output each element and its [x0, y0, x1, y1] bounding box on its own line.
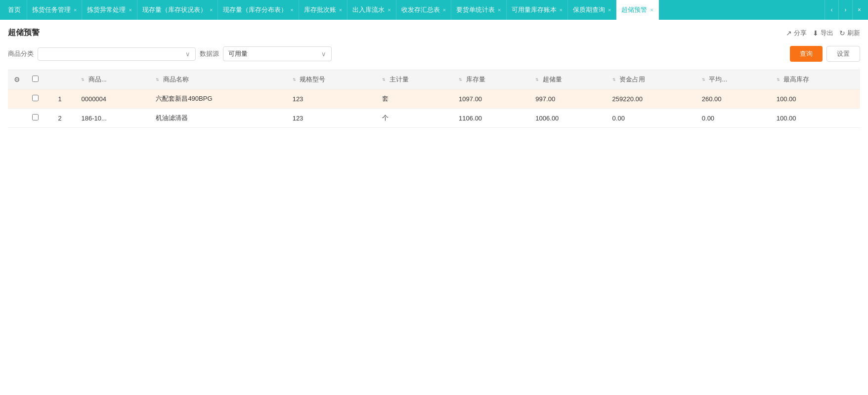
- nav-item-jianhuorenwuguanli[interactable]: 拣货任务管理 ×: [27, 0, 82, 20]
- row-settings-cell: [8, 89, 26, 109]
- nav-next-button[interactable]: ›: [838, 0, 852, 20]
- row-capital: 0.00: [607, 109, 696, 128]
- row-capital: 259220.00: [607, 89, 696, 109]
- row-checkbox[interactable]: [32, 114, 39, 120]
- row-number: 2: [44, 109, 75, 128]
- close-icon[interactable]: ×: [443, 7, 446, 13]
- col-header-code[interactable]: ⇅ 商品...: [75, 70, 150, 89]
- close-icon[interactable]: ×: [608, 7, 611, 13]
- col-header-overstock[interactable]: ⇅ 超储量: [529, 70, 606, 89]
- page-content: 超储预警 ↗ 分享 ⬇ 导出 ↻ 刷新 商品分类 ∨ 数据源: [0, 20, 868, 395]
- nav-home[interactable]: 首页: [2, 0, 27, 20]
- share-action[interactable]: ↗ 分享: [786, 29, 807, 38]
- nav-item-xiancunliang-kuanzhuang[interactable]: 现存量（库存状况表） ×: [137, 0, 218, 20]
- filter-row: 商品分类 ∨ 数据源 可用量 ∨ 查询 设置: [8, 46, 860, 62]
- row-unit: 个: [376, 109, 453, 128]
- row-overstock: 1006.00: [529, 109, 606, 128]
- sort-icon: ⇅: [535, 78, 539, 82]
- close-icon[interactable]: ×: [650, 7, 653, 13]
- col-header-unit[interactable]: ⇅ 主计量: [376, 70, 453, 89]
- nav-item-keyongliang[interactable]: 可用量库存账本 ×: [507, 0, 568, 20]
- row-name: 机油滤清器: [150, 109, 286, 128]
- nav-item-yaohuo[interactable]: 要货单统计表 ×: [451, 0, 506, 20]
- close-icon[interactable]: ×: [339, 7, 342, 13]
- settings-button[interactable]: 设置: [826, 46, 860, 62]
- col-header-name[interactable]: ⇅ 商品名称: [150, 70, 286, 89]
- nav-item-churukuliushui[interactable]: 出入库流水 ×: [347, 0, 396, 20]
- sort-icon: ⇅: [612, 78, 616, 82]
- refresh-icon: ↻: [839, 29, 845, 37]
- col-header-maxstock[interactable]: ⇅ 最高库存: [771, 70, 860, 89]
- close-icon[interactable]: ×: [560, 7, 563, 13]
- sort-icon: ⇅: [81, 78, 85, 82]
- row-checkbox-cell: [26, 89, 44, 109]
- row-code: 186-10...: [75, 109, 150, 128]
- sort-icon: ⇅: [702, 78, 705, 82]
- nav-item-chaochuyujing[interactable]: 超储预警 ×: [616, 0, 658, 20]
- nav-item-kucunpici[interactable]: 库存批次账 ×: [299, 0, 347, 20]
- data-table: ⚙ ⇅ 商品... ⇅ 商品名称 ⇅ 规格型号: [8, 70, 860, 128]
- close-icon[interactable]: ×: [388, 7, 391, 13]
- page-header: 超储预警 ↗ 分享 ⬇ 导出 ↻ 刷新: [8, 28, 860, 38]
- row-checkbox[interactable]: [32, 95, 39, 101]
- nav-close-button[interactable]: ×: [852, 0, 866, 20]
- row-maxstock: 100.00: [771, 109, 860, 128]
- row-name: 六配套新昌490BPG: [150, 89, 286, 109]
- nav-item-shoufacunhuizong[interactable]: 收发存汇总表 ×: [396, 0, 451, 20]
- row-spec: 123: [287, 109, 376, 128]
- nav-prev-button[interactable]: ‹: [825, 0, 838, 20]
- nav-item-baozhi[interactable]: 保质期查询 ×: [568, 0, 616, 20]
- page-actions: ↗ 分享 ⬇ 导出 ↻ 刷新: [786, 29, 860, 38]
- close-icon[interactable]: ×: [290, 7, 293, 13]
- category-filter: 商品分类 ∨: [8, 47, 196, 61]
- nav-item-xiancunliang-fenbiao[interactable]: 现存量（库存分布表） ×: [218, 0, 299, 20]
- sort-icon: ⇅: [156, 78, 159, 82]
- table-header-row: ⚙ ⇅ 商品... ⇅ 商品名称 ⇅ 规格型号: [8, 70, 860, 89]
- select-all-checkbox[interactable]: [32, 76, 39, 82]
- query-button[interactable]: 查询: [790, 46, 823, 62]
- col-header-capital[interactable]: ⇅ 资金占用: [607, 70, 696, 89]
- sort-icon: ⇅: [459, 78, 462, 82]
- col-header-num: [44, 70, 75, 89]
- datasource-value: 可用量: [228, 49, 321, 58]
- category-select[interactable]: ∨: [38, 47, 196, 61]
- top-navigation: 首页 拣货任务管理 × 拣货异常处理 × 现存量（库存状况表） × 现存量（库存…: [0, 0, 868, 20]
- col-header-avg[interactable]: ⇅ 平均...: [696, 70, 771, 89]
- chevron-down-icon: ∨: [321, 50, 326, 58]
- table-body: 1 0000004 六配套新昌490BPG 123 套 1097.00 997.…: [8, 89, 860, 128]
- export-action[interactable]: ⬇ 导出: [813, 29, 833, 38]
- chevron-down-icon: ∨: [185, 50, 190, 58]
- row-number: 1: [44, 89, 75, 109]
- row-avg: 0.00: [696, 109, 771, 128]
- row-stock: 1106.00: [453, 109, 529, 128]
- category-label: 商品分类: [8, 49, 34, 58]
- sort-icon: ⇅: [382, 78, 386, 82]
- close-icon[interactable]: ×: [210, 7, 213, 13]
- share-icon: ↗: [786, 29, 792, 37]
- close-icon[interactable]: ×: [498, 7, 501, 13]
- row-settings-cell: [8, 109, 26, 128]
- export-icon: ⬇: [813, 29, 819, 37]
- col-header-stock[interactable]: ⇅ 库存量: [453, 70, 529, 89]
- row-avg: 260.00: [696, 89, 771, 109]
- row-unit: 套: [376, 89, 453, 109]
- filter-buttons: 查询 设置: [790, 46, 860, 62]
- datasource-filter: 数据源 可用量 ∨: [200, 46, 332, 61]
- datasource-select[interactable]: 可用量 ∨: [223, 46, 332, 61]
- refresh-action[interactable]: ↻ 刷新: [839, 29, 860, 38]
- sort-icon: ⇅: [293, 78, 296, 82]
- page-title: 超储预警: [8, 28, 40, 38]
- table-checkbox-header: [26, 70, 44, 89]
- close-icon[interactable]: ×: [74, 7, 77, 13]
- close-icon[interactable]: ×: [129, 7, 131, 13]
- row-code: 0000004: [75, 89, 150, 109]
- row-overstock: 997.00: [529, 89, 606, 109]
- nav-item-jianhuo-yichang[interactable]: 拣货异常处理 ×: [82, 0, 137, 20]
- gear-icon[interactable]: ⚙: [14, 76, 20, 83]
- row-maxstock: 100.00: [771, 89, 860, 109]
- row-spec: 123: [287, 89, 376, 109]
- row-checkbox-cell: [26, 109, 44, 128]
- table-row: 2 186-10... 机油滤清器 123 个 1106.00 1006.00 …: [8, 109, 860, 128]
- nav-arrows: ‹ › ×: [825, 0, 866, 20]
- col-header-spec[interactable]: ⇅ 规格型号: [287, 70, 376, 89]
